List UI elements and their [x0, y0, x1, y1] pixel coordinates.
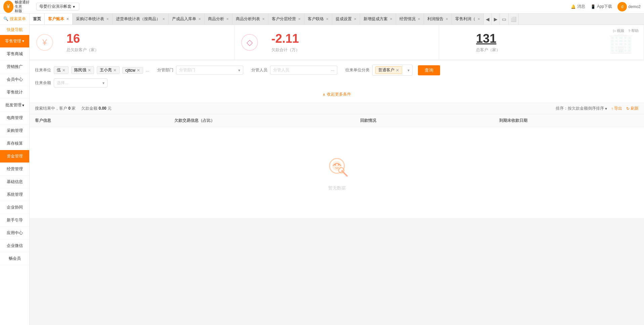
sidebar-item-retail-stats[interactable]: 零售统计 [0, 86, 29, 99]
stat-bg-circle-2: ◇ [241, 34, 258, 51]
tab-minimize[interactable]: ▭ [500, 13, 509, 25]
mobile-icon: 📱 [591, 4, 596, 9]
chevron-up-icon: ∧ [323, 92, 326, 97]
export-button[interactable]: ↑ 导出 [611, 106, 622, 111]
stat-label-total: 总客户（家） [476, 47, 500, 53]
tab-retail-profit[interactable]: 零售利润（ ✕ [452, 13, 484, 25]
video-button[interactable]: ▷ 视频 [613, 28, 624, 33]
remove-chen-icon[interactable]: ✕ [88, 68, 91, 73]
sidebar-item-wholesale[interactable]: 批发管理 ▾ [0, 99, 29, 112]
chevron-down-icon: ▾ [102, 81, 104, 85]
tab-product-analysis-list[interactable]: 商品分析列表 ✕ [232, 13, 268, 25]
sidebar-item-purchase[interactable]: 采购管理 [0, 124, 29, 137]
filter-tag-wang[interactable]: 王小亮 ✕ [97, 66, 120, 74]
tab-close-icon[interactable]: ✕ [390, 17, 392, 21]
tab-close-icon[interactable]: ✕ [198, 17, 201, 21]
sidebar-item-inventory[interactable]: 库存核算 [0, 137, 29, 150]
tab-nav-prev[interactable]: ◀ [484, 13, 492, 25]
tab-operations[interactable]: 经营情况 ✕ [396, 13, 424, 25]
unit-class-tag[interactable]: 普通客户 ✕ [375, 66, 402, 74]
filter-tag-chen[interactable]: 陈民强 ✕ [71, 66, 94, 74]
sidebar-item-wechat[interactable]: 企业微信 [0, 240, 29, 252]
filter-balance-select[interactable]: 选择... ▾ [54, 78, 108, 87]
sidebar-item-enterprise[interactable]: 企业协同 [0, 201, 29, 214]
tab-close-icon[interactable]: ✕ [445, 17, 448, 21]
main-layout: 🔍 搜索菜单 快捷导航 零售管理 ▾ 零售商城 营销推广 会员中心 零售统计 批… [0, 13, 644, 325]
filter-balance-label: 往来余额 [35, 80, 51, 86]
dots-icon: ··· [331, 68, 334, 73]
store-selector[interactable]: 母婴行业演示帐套 ▾ [36, 3, 79, 10]
col-header-repay: 回款情况 [360, 118, 500, 123]
remove-wu-icon[interactable]: ✕ [62, 68, 66, 73]
tab-add-commission[interactable]: 新增提成方案 ✕ [360, 13, 396, 25]
svg-point-1 [332, 161, 342, 171]
sidebar-item-member[interactable]: 会员中心 [0, 73, 29, 86]
sidebar-item-system[interactable]: 系统管理 [0, 188, 29, 201]
sidebar-item-operations[interactable]: 经营管理 [0, 163, 29, 176]
tab-purchase-order-stats[interactable]: 采购订单统计表 ✕ [73, 13, 113, 25]
remove-wang-icon[interactable]: ✕ [113, 68, 117, 73]
tab-product-analysis[interactable]: 商品分析 ✕ [205, 13, 232, 25]
sidebar-item-retail[interactable]: 零售管理 ▾ [0, 35, 29, 48]
filter-person-select[interactable]: 分管人员 ··· [270, 66, 337, 75]
sidebar-item-finance[interactable]: 资金管理 [0, 150, 29, 163]
tab-close-icon[interactable]: ✕ [354, 17, 356, 21]
query-button[interactable]: 查询 [418, 65, 440, 75]
tab-commission-setting[interactable]: 提成设置 ✕ [332, 13, 360, 25]
sidebar-item-retail-mall[interactable]: 零售商城 [0, 48, 29, 61]
refresh-icon: ↻ [626, 106, 630, 111]
search-icon: 🔍 [3, 16, 8, 21]
filter-unit-class-label: 往来单位分类 [345, 67, 370, 73]
tab-customer-ledger[interactable]: 客户账本 ✕ [45, 13, 73, 25]
filter-dept-select[interactable]: 分管部门 ▾ [176, 66, 243, 75]
collapse-filter-button[interactable]: ∧ 收起更多条件 [35, 90, 639, 99]
tab-close-icon[interactable]: ✕ [162, 17, 165, 21]
filter-person-label: 分管人员 [251, 67, 267, 73]
tab-close-icon[interactable]: ✕ [66, 17, 69, 21]
tab-goods-stats[interactable]: 进货单统计表（按商品） ✕ [113, 13, 169, 25]
tab-close-icon[interactable]: ✕ [477, 17, 480, 21]
tab-home[interactable]: 首页 [30, 13, 45, 25]
stat-label-debt: 欠款合计（万） [271, 47, 300, 53]
table-header: 客户信息 欠款交易信息（占比） 回款情况 到期未收款日期 [30, 114, 644, 127]
remove-unit-class-icon[interactable]: ✕ [396, 68, 399, 73]
app-download-button[interactable]: 📱 App下载 [591, 4, 612, 9]
header-right: 🔔 消息 📱 App下载 d demo2 [571, 2, 641, 11]
sort-button[interactable]: 排序：按欠款金额倒序排序 ▾ [556, 106, 607, 111]
tab-close-icon[interactable]: ✕ [262, 17, 265, 21]
sidebar-search[interactable]: 🔍 搜索菜单 [0, 13, 29, 25]
refresh-button[interactable]: ↻ 刷新 [626, 106, 639, 111]
stat-bg-building-icon: 🏢 [608, 30, 634, 54]
tab-maximize[interactable]: ⬜ [509, 13, 519, 25]
tab-close-icon[interactable]: ✕ [298, 17, 301, 21]
tab-customer-contact[interactable]: 客户联络 ✕ [304, 13, 332, 25]
sidebar-item-app-center[interactable]: 应用中心 [0, 227, 29, 240]
sidebar-item-newbie[interactable]: 新手引导 [0, 214, 29, 227]
sidebar-item-member2[interactable]: 畅会员 [0, 252, 29, 265]
chevron-down-icon: ▾ [407, 68, 410, 73]
quick-nav[interactable]: 快捷导航 [0, 25, 29, 35]
messages-button[interactable]: 🔔 消息 [571, 4, 585, 9]
result-text: 搜索结果中，客户 0 家 欠款金额 0.00 元 [35, 106, 112, 111]
sidebar-item-ecommerce[interactable]: 电商管理 [0, 112, 29, 124]
filter-tag-wu[interactable]: 伍 ✕ [54, 66, 69, 74]
tab-nav-next[interactable]: ▶ [492, 13, 500, 25]
tab-production[interactable]: 产成品入库单 ✕ [169, 13, 205, 25]
tab-profit-report[interactable]: 利润报告 ✕ [424, 13, 452, 25]
tab-close-icon[interactable]: ✕ [418, 17, 420, 21]
sidebar-item-marketing[interactable]: 营销推广 [0, 61, 29, 73]
filter-unit-label: 往来单位 [35, 67, 51, 73]
empty-text: 暂无数据 [328, 185, 346, 191]
filter-tag-cjttcw[interactable]: cjttcw ✕ [122, 67, 143, 74]
sidebar-item-basic-info[interactable]: 基础信息 [0, 176, 29, 188]
tab-close-icon[interactable]: ✕ [226, 17, 229, 21]
help-button[interactable]: ? 帮助 [628, 28, 639, 33]
tab-close-icon[interactable]: ✕ [106, 17, 109, 21]
filter-unit-class-select[interactable]: 普通客户 ✕ ▾ [372, 65, 413, 76]
user-profile[interactable]: d demo2 [617, 2, 641, 11]
filter-more-units[interactable]: ... [146, 68, 149, 73]
chevron-down-icon: ▾ [22, 39, 24, 43]
tab-customer-segment[interactable]: 客户分层经营 ✕ [268, 13, 304, 25]
remove-cjttcw-icon[interactable]: ✕ [137, 68, 140, 73]
tab-close-icon[interactable]: ✕ [326, 17, 329, 21]
